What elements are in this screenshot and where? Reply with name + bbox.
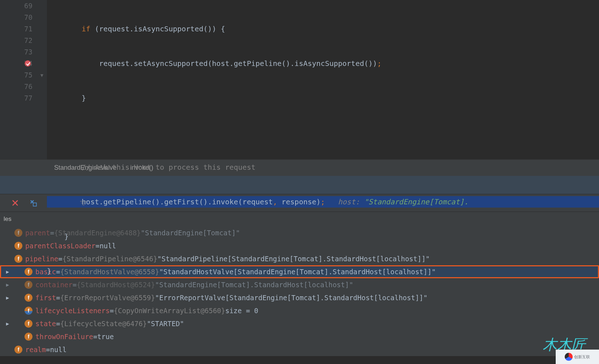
expand-arrow-icon[interactable]: ▶ xyxy=(4,317,12,330)
variable-name: container xyxy=(35,278,73,291)
field-icon: f xyxy=(14,255,22,263)
object-reference: {StandardEngine@6488} xyxy=(54,226,141,239)
svg-rect-6 xyxy=(81,203,86,204)
variable-value: "StandardEngine[Tomcat].StandardHost[loc… xyxy=(155,278,353,291)
expand-arrow-icon[interactable]: ▶ xyxy=(4,278,12,291)
field-icon: f xyxy=(14,346,22,354)
field-icon: f xyxy=(25,268,32,276)
line-number: 72 xyxy=(0,35,32,46)
field-icon: f xyxy=(25,333,32,341)
line-number: 76 xyxy=(0,81,32,92)
variable-value: "StandardEngine[Tomcat]" xyxy=(141,226,240,239)
gutter: 69 70 71 72 73 74 75 76 77 xyxy=(0,0,47,159)
variable-name: realm xyxy=(25,343,46,356)
field-icon: f xyxy=(14,242,22,250)
field-icon: f xyxy=(25,307,32,315)
corner-logo: 创新互联 xyxy=(556,350,599,364)
keyword-if: if xyxy=(82,25,90,33)
fold-marker-icon[interactable] xyxy=(40,70,45,75)
line-number: 71 xyxy=(0,23,32,35)
code-content[interactable]: if (request.isAsyncSupported()) { reques… xyxy=(47,0,599,159)
line-number: 73 xyxy=(0,46,32,58)
field-icon: f xyxy=(25,320,32,328)
remove-watch-icon[interactable] xyxy=(11,199,19,207)
line-number: 77 xyxy=(0,92,32,104)
field-icon: f xyxy=(25,294,32,302)
set-value-icon[interactable] xyxy=(29,199,38,207)
variable-value: null xyxy=(50,343,67,356)
field-icon: f xyxy=(14,229,22,237)
comment: // Ask this Host to process this request xyxy=(47,163,255,172)
line-number: 69 xyxy=(0,0,32,12)
variable-row[interactable]: frealm = null xyxy=(0,343,599,356)
line-number: 70 xyxy=(0,12,32,23)
filter-icon[interactable] xyxy=(79,199,88,207)
inline-debug-hint: host: xyxy=(325,197,364,206)
current-execution-line: host.getPipeline().getFirst().invoke(req… xyxy=(47,196,599,208)
svg-rect-0 xyxy=(33,203,36,206)
svg-rect-5 xyxy=(80,201,87,202)
code-editor[interactable]: 69 70 71 72 73 74 75 76 77 if (request.i… xyxy=(0,0,599,159)
object-reference: {StandardHost@6524} xyxy=(76,278,155,291)
svg-rect-7 xyxy=(82,204,84,205)
line-number: 75 xyxy=(0,69,32,81)
expand-arrow-icon[interactable]: ▶ xyxy=(4,291,12,304)
variable-row[interactable]: fparent = {StandardEngine@6488} "Standar… xyxy=(0,226,599,239)
variable-name: parent xyxy=(25,226,50,239)
field-icon: f xyxy=(25,281,32,289)
variable-row[interactable]: ▶fcontainer = {StandardHost@6524} "Stand… xyxy=(0,278,599,291)
expand-arrow-icon[interactable]: ▶ xyxy=(4,265,12,278)
breakpoint-icon[interactable] xyxy=(25,60,31,67)
